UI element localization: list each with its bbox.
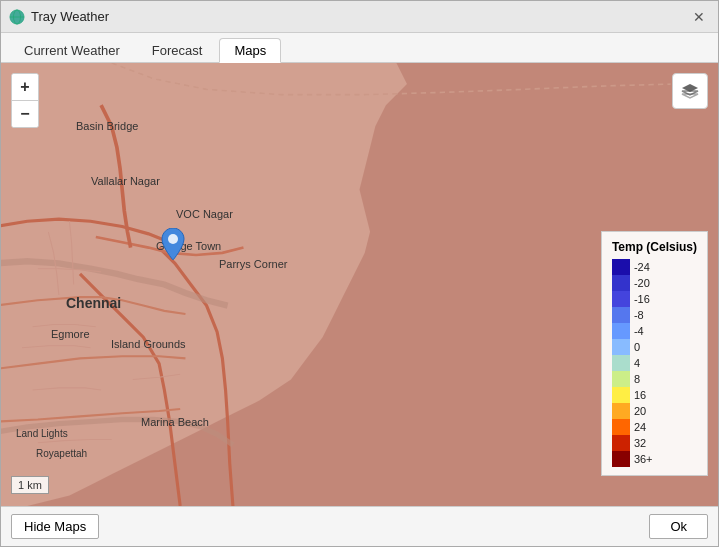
scale-bar: 1 km	[11, 476, 49, 494]
app-icon	[9, 9, 25, 25]
location-pin	[161, 228, 185, 260]
tab-forecast[interactable]: Forecast	[137, 38, 218, 62]
legend-label: -24	[634, 259, 653, 275]
legend-label: 8	[634, 371, 653, 387]
legend-color-block	[612, 387, 630, 403]
legend-color-block	[612, 451, 630, 467]
legend-color-block	[612, 371, 630, 387]
legend-label: 0	[634, 339, 653, 355]
svg-point-8	[168, 234, 178, 244]
ok-button[interactable]: Ok	[649, 514, 708, 539]
legend-labels: -24-20-16-8-40481620243236+	[630, 259, 653, 467]
legend-color-block	[612, 419, 630, 435]
tab-current-weather[interactable]: Current Weather	[9, 38, 135, 62]
close-button[interactable]: ✕	[688, 6, 710, 28]
tab-bar: Current Weather Forecast Maps	[1, 33, 718, 63]
legend-colors	[612, 259, 630, 467]
layers-icon	[680, 81, 700, 101]
map-area[interactable]: Basin Bridge Vallalar Nagar VOC Nagar Ge…	[1, 63, 718, 506]
main-window: Tray Weather ✕ Current Weather Forecast …	[0, 0, 719, 547]
svg-marker-7	[682, 94, 698, 98]
title-bar-left: Tray Weather	[9, 9, 109, 25]
legend-label: 20	[634, 403, 653, 419]
legend-color-block	[612, 323, 630, 339]
legend-label: -20	[634, 275, 653, 291]
zoom-in-button[interactable]: +	[12, 74, 38, 100]
legend-label: -16	[634, 291, 653, 307]
zoom-controls: + −	[11, 73, 39, 128]
temperature-legend: Temp (Celsius) -24-20-16-8-4048162024323…	[601, 231, 708, 476]
legend-label: 32	[634, 435, 653, 451]
legend-label: 16	[634, 387, 653, 403]
legend-color-block	[612, 403, 630, 419]
legend-color-block	[612, 307, 630, 323]
bottom-bar: Hide Maps Ok	[1, 506, 718, 546]
legend-label: 4	[634, 355, 653, 371]
legend-label: -4	[634, 323, 653, 339]
zoom-out-button[interactable]: −	[12, 101, 38, 127]
legend-title: Temp (Celsius)	[612, 240, 697, 254]
hide-maps-button[interactable]: Hide Maps	[11, 514, 99, 539]
title-bar-title: Tray Weather	[31, 9, 109, 24]
legend-color-block	[612, 291, 630, 307]
title-bar: Tray Weather ✕	[1, 1, 718, 33]
legend-color-block	[612, 259, 630, 275]
legend-label: -8	[634, 307, 653, 323]
legend-color-block	[612, 435, 630, 451]
tab-maps[interactable]: Maps	[219, 38, 281, 63]
legend-color-block	[612, 339, 630, 355]
legend-label: 24	[634, 419, 653, 435]
legend-label: 36+	[634, 451, 653, 467]
layer-button[interactable]	[672, 73, 708, 109]
legend-color-block	[612, 275, 630, 291]
legend-color-block	[612, 355, 630, 371]
legend-items: -24-20-16-8-40481620243236+	[612, 259, 697, 467]
